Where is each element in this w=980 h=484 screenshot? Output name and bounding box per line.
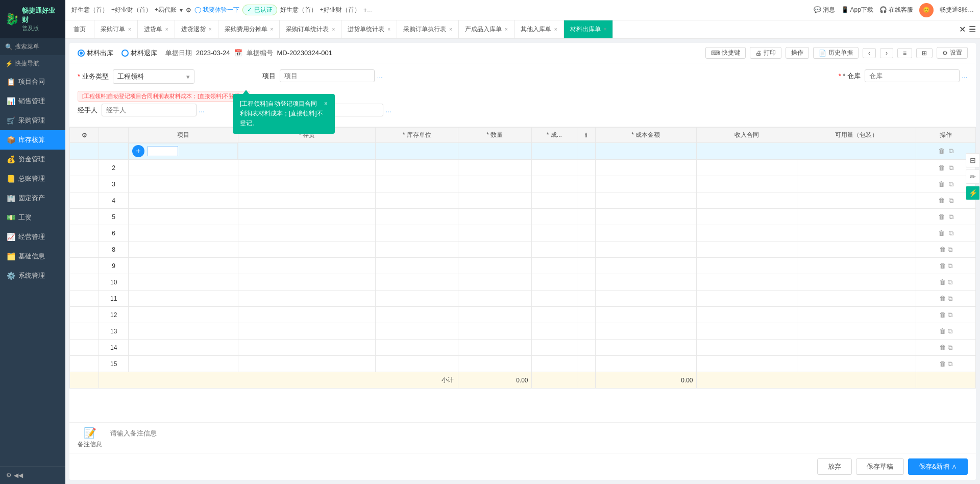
tab-finished-inbound[interactable]: 产成品入库单× <box>459 20 514 39</box>
history-btn[interactable]: 📄历史单据 <box>813 47 859 59</box>
sidebar-item-system[interactable]: ⚙️ 系统管理 <box>0 266 65 285</box>
delete-row-btn[interactable]: 🗑 <box>938 245 947 254</box>
tab-home[interactable]: 首页 <box>65 20 94 39</box>
copy-row-btn[interactable]: ⧉ <box>947 310 953 320</box>
delete-row-btn[interactable]: 🗑 <box>938 277 947 287</box>
delete-row-btn[interactable]: 🗑 <box>938 343 947 352</box>
topbar-experience[interactable]: ◯ 我要体验一下 <box>194 6 239 14</box>
tab-purchase-exec[interactable]: 采购订单执行表× <box>397 20 459 39</box>
copy-row-btn[interactable]: ⧉ <box>947 359 953 369</box>
sidebar-item-business[interactable]: 📈 经营管理 <box>0 227 65 247</box>
prev-btn[interactable]: ‹ <box>863 48 876 58</box>
row-project[interactable] <box>128 160 238 176</box>
copy-row-btn[interactable]: ⧉ <box>948 179 954 189</box>
tab-close-icon[interactable]: × <box>449 27 452 32</box>
handler-ellipsis-btn[interactable]: … <box>199 107 205 114</box>
income-contract-ellipsis-btn[interactable]: … <box>385 107 391 114</box>
delete-row-btn[interactable]: 🗑 <box>937 179 946 189</box>
row-inventory[interactable] <box>238 176 376 192</box>
delete-row-btn[interactable]: 🗑 <box>938 326 947 336</box>
message-btn[interactable]: 💬 消息 <box>814 6 835 14</box>
row-inventory[interactable] <box>238 192 376 209</box>
delete-row-btn[interactable]: 🗑 <box>938 294 947 303</box>
copy-row-btn[interactable]: ⧉ <box>947 326 953 336</box>
tab-purchase-order[interactable]: 采购订单× <box>94 20 138 39</box>
copy-row-btn[interactable]: ⧉ <box>948 196 954 206</box>
row-inventory[interactable] <box>238 160 376 176</box>
username[interactable]: 畅捷通8账… <box>940 6 974 14</box>
detail-view-btn[interactable]: ⊞ <box>916 48 933 58</box>
next-btn[interactable]: › <box>880 48 893 58</box>
inventory-input-1[interactable] <box>241 148 372 155</box>
online-service-btn[interactable]: 🎧 在线客服 <box>879 6 913 14</box>
tab-close-icon[interactable]: × <box>209 27 212 32</box>
tab-close-all-icon[interactable]: ✕ <box>959 25 966 34</box>
sidebar-item-purchase[interactable]: 🛒 采购管理 <box>0 111 65 130</box>
discard-btn[interactable]: 放弃 <box>817 458 852 475</box>
topbar-gear[interactable]: ⚙ <box>186 7 191 14</box>
calendar-icon[interactable]: 📅 <box>234 49 242 57</box>
copy-row-btn[interactable]: ⧉ <box>947 343 953 353</box>
quick-nav-btn[interactable]: ⚡ 快捷导航 <box>0 55 65 72</box>
tab-close-icon[interactable]: × <box>128 27 131 32</box>
biz-type-select[interactable]: 工程领料 ▾ <box>113 69 194 84</box>
save-draft-btn[interactable]: 保存草稿 <box>856 458 904 475</box>
add-row-btn[interactable]: + <box>132 145 144 157</box>
row-project[interactable] <box>128 192 238 209</box>
tab-close-icon[interactable]: × <box>604 27 607 32</box>
float-btn-2[interactable]: ✏ <box>966 170 980 184</box>
topbar-arrow[interactable]: ▾ <box>180 7 183 14</box>
list-view-btn[interactable]: ≡ <box>897 48 912 58</box>
mode-return-radio[interactable]: 材料退库 <box>121 49 157 58</box>
copy-row-btn[interactable]: ⧉ <box>947 245 953 255</box>
tab-material-outbound[interactable]: 材料出库单× <box>564 20 614 39</box>
tab-close-icon[interactable]: × <box>554 27 557 32</box>
delete-row-btn[interactable]: 🗑 <box>937 228 946 238</box>
settings-bottom-icon[interactable]: ⚙ <box>6 472 12 479</box>
tab-inbound-return[interactable]: 进货退货× <box>175 20 218 39</box>
row-inventory-1[interactable] <box>238 143 376 160</box>
warehouse-ellipsis-btn[interactable]: … <box>962 72 968 80</box>
sidebar-item-payroll[interactable]: 💵 工资 <box>0 208 65 227</box>
copy-row-btn[interactable]: ⧉ <box>948 212 954 222</box>
sidebar-item-finance[interactable]: 💰 资金管理 <box>0 150 65 169</box>
copy-row-btn[interactable]: ⧉ <box>948 146 954 156</box>
sidebar-item-project[interactable]: 📋 项目合同 <box>0 72 65 91</box>
copy-row-btn[interactable]: ⧉ <box>948 228 954 238</box>
remark-textarea[interactable] <box>108 427 968 447</box>
operate-btn[interactable]: 操作 <box>786 47 809 59</box>
float-btn-1[interactable]: ⊟ <box>966 153 980 167</box>
tab-close-icon[interactable]: × <box>505 27 508 32</box>
delete-row-btn[interactable]: 🗑 <box>937 212 946 222</box>
sidebar-item-assets[interactable]: 🏢 固定资产 <box>0 188 65 208</box>
tab-close-icon[interactable]: × <box>387 27 390 32</box>
tab-other-inbound[interactable]: 其他入库单× <box>514 20 564 39</box>
copy-row-btn[interactable]: ⧉ <box>948 163 954 173</box>
sidebar-item-basic[interactable]: 🗂️ 基础信息 <box>0 247 65 266</box>
delete-row-btn[interactable]: 🗑 <box>937 146 946 156</box>
delete-row-btn[interactable]: 🗑 <box>937 196 946 205</box>
delete-row-btn[interactable]: 🗑 <box>938 261 947 271</box>
float-btn-3[interactable]: ⚡ <box>966 186 980 200</box>
print-btn[interactable]: 🖨打印 <box>750 47 781 59</box>
project-ellipsis-btn[interactable]: … <box>377 72 383 80</box>
copy-row-btn[interactable]: ⧉ <box>947 277 953 287</box>
tab-menu-icon[interactable]: ☰ <box>969 25 976 34</box>
warehouse-input[interactable] <box>865 69 960 82</box>
user-avatar[interactable]: 😊 <box>919 3 934 17</box>
tab-inbound-stats[interactable]: 进货单统计表× <box>341 20 397 39</box>
tooltip-close-btn[interactable]: × <box>324 99 328 109</box>
tab-purchase-expense[interactable]: 采购费用分摊单× <box>218 20 280 39</box>
sidebar-item-sales[interactable]: 📊 销售管理 <box>0 91 65 111</box>
tab-close-icon[interactable]: × <box>165 27 168 32</box>
sidebar-item-inventory[interactable]: 📦 库存核算 <box>0 130 65 150</box>
copy-row-btn[interactable]: ⧉ <box>947 294 953 304</box>
tab-inbound[interactable]: 进货单× <box>138 20 175 39</box>
col-gear[interactable]: ⚙ <box>70 128 99 143</box>
collapse-btn[interactable]: ◀◀ <box>14 472 23 479</box>
shortcut-btn[interactable]: ⌨快捷键 <box>705 47 746 59</box>
search-menu-btn[interactable]: 🔍 搜索菜单 <box>0 38 65 55</box>
settings-btn[interactable]: ⚙设置 <box>937 47 968 59</box>
row-input-1[interactable] <box>148 146 178 156</box>
delete-row-btn[interactable]: 🗑 <box>938 310 947 320</box>
